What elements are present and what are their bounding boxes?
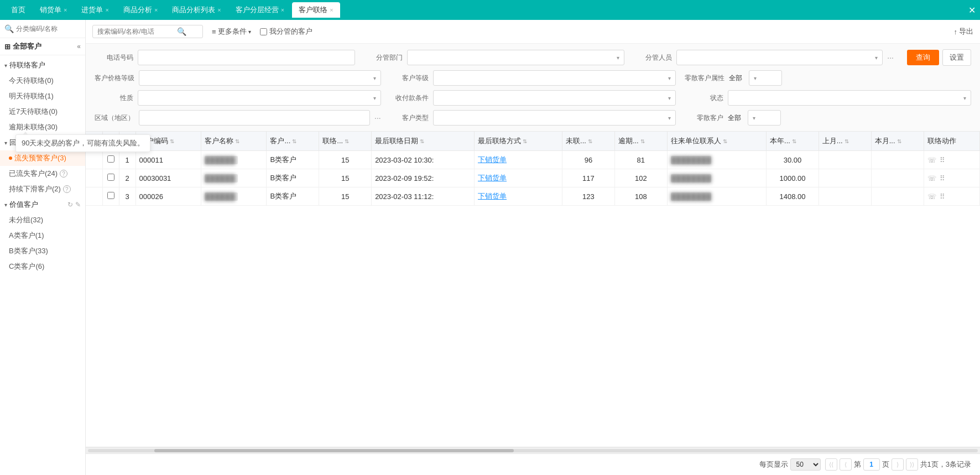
horizontal-scrollbar[interactable] (86, 447, 980, 453)
dots-region[interactable]: ··· (374, 113, 381, 122)
tab-purchase[interactable]: 进货单 × (75, 2, 115, 18)
first-page-button[interactable]: ⟨⟨ (825, 458, 837, 471)
info-icon-down-trend[interactable]: ? (63, 185, 71, 193)
prev-page-button[interactable]: ⟨ (840, 458, 852, 471)
filter-select-zero-customer[interactable]: ▾ (748, 110, 781, 126)
filter-select-zero-attr[interactable]: ▾ (749, 70, 782, 86)
tab-analysis[interactable]: 商品分析 × (117, 2, 164, 18)
tab-home[interactable]: 首页 (4, 2, 32, 18)
tab-purchase-close[interactable]: × (105, 7, 108, 13)
filter-select-customer-type[interactable]: ▾ (433, 110, 676, 126)
cell-checkbox[interactable] (102, 169, 119, 187)
tab-analysis-close[interactable]: × (154, 7, 158, 13)
tab-sales[interactable]: 销货单 × (33, 2, 74, 18)
row-checkbox-0[interactable] (107, 155, 114, 163)
col-last-way-sort[interactable]: 最后联络方式 ⇅ (478, 136, 559, 146)
sidebar-group-pending[interactable]: ▾ 待联络客户 (0, 58, 85, 73)
row-checkbox-1[interactable] (107, 174, 114, 181)
filter-row-4: 区域（地区） ··· 客户类型 ▾ 零散客户 全部 ▾ (95, 110, 971, 126)
cell-unit-2: ████████ (667, 187, 766, 206)
more-conditions-button[interactable]: ≡ 更多条件 ▾ (207, 24, 256, 39)
filter-select-gender[interactable]: ▾ (138, 90, 381, 106)
tab-customer-connect-close[interactable]: × (330, 7, 333, 13)
link-way-0[interactable]: 下销货单 (478, 155, 507, 164)
my-customer-checkbox[interactable] (260, 28, 267, 35)
window-close-button[interactable]: ✕ (968, 5, 976, 15)
col-unit-sort[interactable]: 往来单位联系人 ⇅ (671, 136, 763, 146)
info-icon-already-churn[interactable]: ? (60, 170, 67, 178)
tab-customer-segment-close[interactable]: × (281, 7, 284, 13)
scrollbar-thumb[interactable] (154, 449, 514, 452)
col-overdue-sort[interactable]: 逾期... ⇅ (618, 136, 664, 146)
sidebar-item-a-class[interactable]: A类客户(1) (0, 228, 85, 243)
settings-button[interactable]: 设置 (942, 49, 971, 66)
col-type-sort[interactable]: 客户... ⇅ (270, 136, 315, 146)
filter-row-3: 性质 ▾ 收付款条件 ▾ 状态 ▾ (95, 90, 971, 106)
link-way-2[interactable]: 下销货单 (478, 192, 507, 200)
sidebar-item-week-label: 近7天待联络(0) (9, 107, 58, 117)
cell-empty (86, 187, 102, 206)
sidebar-search-input[interactable] (16, 25, 86, 33)
query-button[interactable]: 查询 (907, 50, 939, 65)
dots-staff[interactable]: ··· (887, 53, 894, 62)
cell-lmonth-1 (819, 169, 871, 187)
search-input[interactable] (97, 28, 175, 35)
action-phone-icon-2[interactable]: ☏ (927, 192, 936, 201)
sidebar-item-churn-predict[interactable]: 流失预警客户(3) (0, 150, 85, 166)
tab-analysis-list[interactable]: 商品分析列表 × (165, 2, 227, 18)
col-contact-sort[interactable]: 联络... ⇅ (322, 136, 368, 146)
sidebar-item-already-churn[interactable]: 已流失客户(24) ? (0, 166, 85, 181)
link-way-1[interactable]: 下销货单 (478, 174, 507, 182)
filter-select-payment[interactable]: ▾ (433, 90, 676, 106)
action-more-icon-2[interactable]: ⠿ (940, 192, 945, 201)
cell-year-2: 1408.00 (767, 187, 819, 206)
last-page-button[interactable]: ⟩⟩ (906, 458, 918, 471)
edit-icon[interactable]: ✎ (75, 201, 81, 208)
tab-sales-close[interactable]: × (64, 7, 67, 13)
sidebar-item-overdue[interactable]: 逾期未联络(30) (0, 119, 85, 135)
sidebar-item-tomorrow[interactable]: 明天待联络(1) (0, 88, 85, 104)
sidebar-item-today[interactable]: 今天待联络(0) (0, 73, 85, 88)
search-icon[interactable]: 🔍 (177, 27, 186, 36)
cell-checkbox[interactable] (102, 151, 119, 169)
tab-customer-segment[interactable]: 客户分层经营 × (229, 2, 291, 18)
tab-analysis-list-close[interactable]: × (217, 7, 221, 13)
tooltip-box: 90天未交易的客户，可能有流失风险。 (15, 134, 85, 152)
filter-select-status[interactable]: ▾ (728, 90, 971, 106)
filter-select-dept[interactable]: ▾ (407, 50, 624, 65)
cell-way-0: 下销货单 (475, 151, 562, 169)
per-page-select[interactable]: 50 100 (790, 458, 821, 471)
action-more-icon-0[interactable]: ⠿ (940, 156, 945, 164)
col-name-sort[interactable]: 客户名称 ⇅ (205, 136, 263, 146)
sidebar-collapse-button[interactable]: « (77, 43, 81, 50)
sidebar-item-week[interactable]: 近7天待联络(0) (0, 104, 85, 119)
filter-select-region[interactable] (139, 110, 370, 126)
action-more-icon-1[interactable]: ⠿ (940, 174, 945, 182)
sidebar-item-down-trend[interactable]: 持续下滑客户(2) ? (0, 181, 85, 197)
export-button[interactable]: ↑ 导出 (954, 27, 974, 36)
filter-select-customer-level[interactable]: ▾ (433, 70, 676, 86)
sort-icon-type: ⇅ (292, 138, 296, 144)
col-year-sort[interactable]: 本年... ⇅ (770, 136, 815, 146)
sidebar-group-value[interactable]: ▾ 价值客户 ↻ ✎ (0, 197, 85, 212)
cell-checkbox[interactable] (102, 187, 119, 206)
sidebar-all-customers[interactable]: ⊞ 全部客户 « (0, 38, 85, 55)
sidebar-item-c-class[interactable]: C类客户(6) (0, 259, 85, 274)
sidebar-item-ungroup[interactable]: 未分组(32) (0, 212, 85, 228)
row-checkbox-2[interactable] (107, 192, 114, 199)
filter-input-phone[interactable] (138, 50, 355, 65)
filter-select-price-level[interactable]: ▾ (139, 70, 381, 86)
chevron-down-icon-2: ▾ (4, 140, 7, 146)
col-uncontacted-sort[interactable]: 未联... ⇅ (566, 136, 611, 146)
action-phone-icon-0[interactable]: ☏ (927, 156, 936, 164)
tab-customer-connect[interactable]: 客户联络 × (292, 2, 340, 18)
col-tmonth-sort[interactable]: 本月... ⇅ (875, 136, 920, 146)
sidebar-item-b-class[interactable]: B类客户(33) (0, 243, 85, 259)
refresh-icon[interactable]: ↻ (67, 201, 73, 208)
col-last-date-sort[interactable]: 最后联络日期 ⇅ (375, 136, 471, 146)
col-lmonth-sort[interactable]: 上月... ⇅ (822, 136, 868, 146)
page-input[interactable] (863, 458, 880, 471)
next-page-button[interactable]: ⟩ (892, 458, 904, 471)
filter-select-staff[interactable]: ▾ (676, 50, 883, 65)
action-phone-icon-1[interactable]: ☏ (927, 174, 936, 182)
